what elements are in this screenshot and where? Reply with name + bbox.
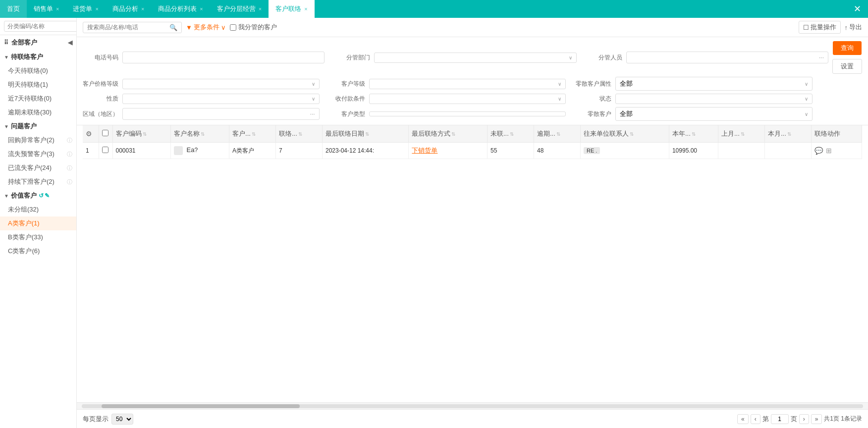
close-customer-contact-tab[interactable]: × — [304, 6, 307, 12]
global-close-button[interactable]: ✕ — [847, 3, 868, 14]
retail-customer-select[interactable]: 全部 ∨ — [615, 107, 813, 121]
close-product-analysis-tab[interactable]: × — [141, 6, 144, 12]
payment-select[interactable]: ∨ — [369, 94, 566, 104]
sidebar-item-ungrouped[interactable]: 未分组(32) — [0, 203, 76, 216]
page-number-input[interactable] — [771, 414, 789, 424]
sidebar-item-repurchase-abnormal[interactable]: 回购异常客户(2) ⓘ — [0, 133, 76, 147]
edit-value-group-icon[interactable]: ✎ — [45, 192, 50, 199]
tab-purchase[interactable]: 进货单 × — [66, 0, 105, 18]
nature-select[interactable]: ∨ — [122, 94, 320, 104]
export-icon: ↑ — [845, 24, 848, 31]
sort-this-year-icon[interactable]: ⇅ — [692, 131, 696, 137]
sidebar-item-c-class[interactable]: C类客户(6) — [0, 244, 76, 258]
pending-contact-group[interactable]: ▼ 待联络客户 — [0, 50, 76, 64]
dept-select[interactable]: ∨ — [374, 53, 576, 63]
search-icon[interactable]: 🔍 — [169, 24, 177, 31]
cell-contact-person: RE . — [580, 143, 669, 159]
sidebar-item-tomorrow[interactable]: 明天待联络(1) — [0, 78, 76, 92]
sidebar-item-churn-warning[interactable]: 流失预警客户(3) ⓘ — [0, 147, 76, 161]
tab-home[interactable]: 首页 — [0, 0, 27, 18]
tab-customer-contact[interactable]: 客户联络 × — [269, 0, 314, 18]
add-value-group-icon[interactable]: ↺ — [39, 192, 44, 199]
my-customers-checkbox[interactable] — [230, 24, 236, 31]
first-page-button[interactable]: « — [737, 414, 749, 424]
batch-op-button[interactable]: ☐ 批量操作 — [799, 21, 841, 34]
manager-select[interactable]: ··· — [626, 52, 828, 63]
filter-price-level: 客户价格等级 ∨ — [83, 79, 320, 89]
sidebar-item-a-class[interactable]: A类客户(1) — [0, 216, 76, 230]
horizontal-scrollbar[interactable] — [77, 402, 868, 409]
sort-last-month-icon[interactable]: ⇅ — [741, 131, 745, 137]
last-method-link[interactable]: 下销货单 — [412, 147, 437, 154]
tab-product-analysis[interactable]: 商品分析 × — [106, 0, 151, 18]
scrollbar-thumb[interactable] — [102, 404, 300, 408]
customer-level-dropdown-icon: ∨ — [558, 81, 561, 87]
sort-code-icon[interactable]: ⇅ — [143, 131, 147, 137]
sort-name-icon[interactable]: ⇅ — [201, 131, 205, 137]
query-button[interactable]: 查询 — [833, 41, 862, 55]
customer-type-input[interactable] — [369, 111, 566, 116]
col-no-contact: 未联... ⇅ — [488, 125, 534, 143]
price-level-label: 客户价格等级 — [83, 80, 122, 88]
row-checkbox[interactable] — [102, 147, 108, 153]
value-customer-group[interactable]: ▼ 价值客户 ↺ ✎ — [0, 189, 76, 203]
chevron-down-icon: ∨ — [221, 24, 226, 31]
sidebar-item-declining[interactable]: 持续下滑客户(2) ⓘ — [0, 175, 76, 189]
page-size-select[interactable]: 50 — [111, 414, 133, 425]
sort-this-month-icon[interactable]: ⇅ — [787, 131, 791, 137]
filter-row-1: 电话号码 分管部门 ∨ 分管人员 — [83, 41, 862, 74]
sidebar-search-input[interactable] — [4, 21, 77, 32]
sort-type-icon[interactable]: ⇅ — [252, 131, 256, 137]
select-all-checkbox[interactable] — [102, 130, 108, 136]
retail-attr-select[interactable]: 全部 ∨ — [615, 77, 813, 91]
prev-page-button[interactable]: ‹ — [751, 414, 760, 424]
close-customer-layer-tab[interactable]: × — [259, 6, 262, 12]
price-level-select[interactable]: ∨ — [122, 79, 320, 89]
sort-contact-icon[interactable]: ⇅ — [298, 131, 302, 137]
manager-dots-icon: ··· — [819, 54, 824, 61]
export-button[interactable]: ↑ 导出 — [845, 23, 863, 32]
filter-phone: 电话号码 — [83, 52, 325, 63]
collapse-all-customers-icon[interactable]: ◀ — [68, 39, 72, 46]
gear-icon[interactable]: ⚙ — [86, 130, 92, 138]
sort-last-method-icon[interactable]: ⇅ — [451, 131, 455, 137]
close-product-analysis-list-tab[interactable]: × — [200, 6, 203, 12]
my-customers-filter[interactable]: 我分管的客户 — [230, 23, 277, 32]
tab-customer-layer[interactable]: 客户分层经营 × — [210, 0, 269, 18]
sort-last-date-icon[interactable]: ⇅ — [365, 131, 369, 137]
next-page-button[interactable]: › — [799, 414, 809, 424]
last-page-button[interactable]: » — [811, 414, 822, 424]
col-name: 客户名称 ⇅ — [171, 125, 229, 143]
more-conditions-btn[interactable]: ▼ 更多条件 ∨ — [186, 23, 226, 32]
sidebar-item-b-class[interactable]: B类客户(33) — [0, 230, 76, 244]
sort-no-contact-icon[interactable]: ⇅ — [510, 131, 514, 137]
close-sales-tab[interactable]: × — [56, 6, 59, 12]
sidebar-item-overdue[interactable]: 逾期未联络(30) — [0, 106, 76, 119]
close-purchase-tab[interactable]: × — [95, 6, 98, 12]
settings-button[interactable]: 设置 — [832, 59, 862, 74]
status-select[interactable]: ∨ — [615, 94, 813, 104]
sidebar-item-7days[interactable]: 近7天待联络(0) — [0, 92, 76, 106]
sort-overdue-icon[interactable]: ⇅ — [556, 131, 560, 137]
all-customers-group[interactable]: ⠿ 全部客户 ◀ — [0, 35, 76, 50]
search-input[interactable] — [87, 24, 167, 31]
grid-action-icon[interactable]: ⊞ — [826, 147, 832, 155]
col-this-year: 本年... ⇅ — [669, 125, 718, 143]
sidebar-item-churned[interactable]: 已流失客户(24) ⓘ — [0, 161, 76, 175]
tab-sales[interactable]: 销售单 × — [27, 0, 66, 18]
phone-input[interactable] — [122, 52, 325, 63]
filter-row-2: 客户价格等级 ∨ 客户等级 ∨ 零散客户属性 — [83, 77, 862, 91]
chat-icon[interactable]: 💬 — [814, 147, 823, 155]
col-action: 联络动作 — [811, 125, 862, 143]
problem-customer-group[interactable]: ▼ 问题客户 — [0, 119, 76, 133]
page-size-group: 每页显示 50 — [83, 414, 133, 425]
tab-product-analysis-list[interactable]: 商品分析列表 × — [151, 0, 210, 18]
phone-text-input[interactable] — [127, 54, 320, 61]
sort-contact-person-icon[interactable]: ⇅ — [630, 131, 634, 137]
cell-last-date: 2023-04-12 14:44: — [322, 143, 408, 159]
sidebar-item-today[interactable]: 今天待联络(0) — [0, 64, 76, 78]
region-select[interactable]: ··· — [122, 108, 320, 120]
customer-level-select[interactable]: ∨ — [369, 79, 566, 89]
cell-last-month — [718, 143, 764, 159]
col-last-month: 上月... ⇅ — [718, 125, 764, 143]
